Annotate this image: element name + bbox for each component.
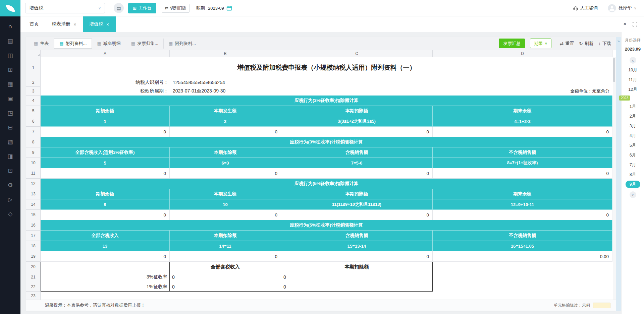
cell[interactable]: 3(3≤1+2之和且3≤5) <box>281 116 433 127</box>
cell[interactable]: 0 <box>170 282 281 292</box>
cell[interactable] <box>281 292 433 300</box>
row-number[interactable]: 6 <box>26 116 41 127</box>
cell[interactable]: 2 <box>170 116 281 127</box>
sheet-tab[interactable]: ▦附列资料... <box>164 39 201 49</box>
month-item[interactable]: 7月 <box>626 161 640 169</box>
scrollbar-thumb[interactable] <box>613 58 615 82</box>
row-number[interactable]: 18 <box>26 241 41 251</box>
page-tab[interactable]: 税表清册× <box>45 16 83 32</box>
deadline-button[interactable]: 期限 ∨ <box>530 39 551 48</box>
cell[interactable]: 0 <box>281 282 433 292</box>
cell[interactable]: 本期扣除额 <box>281 106 433 116</box>
tab-close-icon[interactable]: × <box>73 21 76 27</box>
switch-old-version-button[interactable]: ⇄ 切到旧版 <box>162 4 190 13</box>
scroll-down-icon[interactable]: ∨ <box>630 191 636 198</box>
cell[interactable]: 9 <box>41 199 170 210</box>
cell[interactable]: 3%征收率 <box>41 272 170 282</box>
cell[interactable]: 应税行为(3%征收率)扣除额计算 <box>41 96 612 106</box>
row-number[interactable]: 5 <box>26 106 41 116</box>
cell[interactable]: 不含税销售额 <box>433 147 612 158</box>
cell[interactable]: 16=15÷1.05 <box>433 241 612 251</box>
cell[interactable]: 期初余额 <box>41 106 170 116</box>
cell[interactable]: 不含税销售额 <box>433 231 612 241</box>
cell[interactable]: 10 <box>170 199 281 210</box>
select-all-corner[interactable] <box>26 50 41 57</box>
row-number[interactable]: 2 <box>26 78 41 87</box>
sheet-tab[interactable]: ▦附列资料... <box>54 39 92 49</box>
column-header-B[interactable]: B <box>170 50 281 57</box>
row-number[interactable]: 13 <box>26 189 41 199</box>
tutorial-icon[interactable]: ▷ <box>5 195 16 204</box>
cell[interactable] <box>433 292 612 300</box>
column-header-D[interactable]: D <box>433 50 612 57</box>
cell[interactable]: 0 <box>170 127 281 137</box>
cell[interactable]: 本期扣除额 <box>170 147 281 158</box>
row-number[interactable]: 23 <box>26 292 41 300</box>
vertical-scrollbar[interactable] <box>613 57 616 300</box>
home-icon[interactable]: ⌂ <box>5 22 16 31</box>
row-number[interactable]: 21 <box>26 272 41 282</box>
download-button[interactable]: ↓ 下载 <box>598 41 611 47</box>
cell[interactable]: 15=13-14 <box>281 241 433 251</box>
cell[interactable]: 0 <box>41 127 170 137</box>
cell[interactable] <box>433 282 612 292</box>
calendar-icon[interactable] <box>226 5 232 11</box>
column-header-C[interactable]: C <box>281 50 433 57</box>
cell[interactable] <box>433 262 612 272</box>
cell[interactable]: 12=9+10-11 <box>433 199 612 210</box>
inventory-icon[interactable]: ⊡ <box>5 166 16 175</box>
page-tab[interactable]: 首页 <box>23 16 45 32</box>
cell[interactable]: 1 <box>41 116 170 127</box>
invoice-summary-button[interactable]: 发票汇总 <box>499 39 525 48</box>
cell[interactable]: 全部含税收入 <box>170 262 281 272</box>
cell[interactable]: 14=11 <box>170 241 281 251</box>
row-number[interactable]: 3 <box>26 87 41 96</box>
cell[interactable]: 应税行为(5%征收率)计税销售额计算 <box>41 220 612 231</box>
cell[interactable] <box>41 262 170 272</box>
workbench-button[interactable]: ⊞ 工作台 <box>128 3 156 13</box>
cell[interactable]: 增值税及附加税费申报表（小规模纳税人适用）附列资料（一） <box>41 57 612 78</box>
month-item[interactable]: 12月 <box>626 86 640 93</box>
cell[interactable]: 5 <box>41 158 170 168</box>
cell[interactable]: 12554585554554656254 <box>170 78 612 87</box>
cell[interactable]: 1%征收率 <box>41 282 170 292</box>
row-number[interactable]: 1 <box>26 57 41 78</box>
cell[interactable]: 0 <box>41 168 170 179</box>
row-number[interactable]: 4 <box>26 96 41 106</box>
user-menu[interactable]: 徐泽华 ∨ <box>608 4 637 12</box>
month-item[interactable]: 11月 <box>626 76 640 83</box>
cell[interactable]: 0 <box>281 210 433 220</box>
cell[interactable]: 0 <box>433 168 612 179</box>
cell[interactable]: 0 <box>170 272 281 282</box>
cell[interactable]: 7=5-6 <box>281 158 433 168</box>
cell[interactable]: 11(11≤9+10之和且11≤13) <box>281 199 433 210</box>
month-item[interactable]: 5月 <box>626 142 640 149</box>
cell[interactable]: 0 <box>433 210 612 220</box>
cell[interactable]: 4=1+2-3 <box>433 116 612 127</box>
cell[interactable]: 0 <box>41 210 170 220</box>
row-number[interactable]: 19 <box>26 251 41 262</box>
month-item[interactable]: 6月 <box>626 151 640 159</box>
cell[interactable]: 全部含税收入 <box>41 231 170 241</box>
cell[interactable]: 0 <box>170 251 281 262</box>
row-number[interactable]: 17 <box>26 231 41 241</box>
row-number[interactable]: 7 <box>26 127 41 137</box>
refresh-button[interactable]: ↻ 刷新 <box>579 41 593 47</box>
month-item[interactable]: 2月 <box>626 113 640 120</box>
cell[interactable]: 期末余额 <box>433 189 612 199</box>
cell[interactable]: 0 <box>170 210 281 220</box>
funds-icon[interactable]: ⊞ <box>5 65 16 74</box>
period-value[interactable]: 2023-09 <box>208 6 224 11</box>
checkout-icon[interactable]: ◨ <box>5 151 16 161</box>
cell[interactable]: 0 <box>281 168 433 179</box>
cell[interactable] <box>170 292 281 300</box>
tax-icon[interactable]: ▧ <box>5 137 16 146</box>
cell[interactable]: 0 <box>170 168 281 179</box>
fullscreen-icon[interactable] <box>633 22 637 26</box>
cell[interactable]: 全部含税收入(适用3%征收率) <box>41 147 170 158</box>
app-logo[interactable] <box>0 0 20 16</box>
cell[interactable]: 2023-07-01至2023-09-30 <box>170 87 281 96</box>
row-number[interactable]: 11 <box>26 168 41 179</box>
cell[interactable]: 税款所属期： <box>41 87 170 96</box>
cell[interactable]: 金额单位：元至角分 <box>433 87 612 96</box>
